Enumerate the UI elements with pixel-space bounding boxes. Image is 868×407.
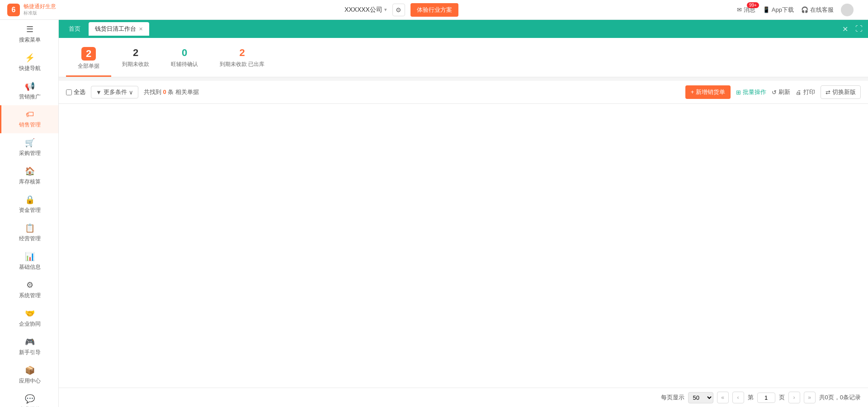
- trial-button[interactable]: 体验行业方案: [410, 3, 458, 17]
- stat-tab-overdue-shipped[interactable]: 2 到期未收款 已出库: [209, 43, 275, 77]
- sidebar-item-search-menu[interactable]: ☰ 搜索菜单: [0, 20, 58, 48]
- sidebar-item-operations[interactable]: 📋 经营管理: [0, 219, 58, 247]
- beginner-icon: 🎮: [25, 337, 35, 347]
- company-selector[interactable]: XXXXXX公司 ▾: [344, 6, 387, 14]
- sidebar-item-enterprise[interactable]: 🤝 企业协同: [0, 304, 58, 332]
- sidebar-label-marketing: 营销推广: [19, 93, 41, 101]
- batch-label: 批量操作: [743, 88, 766, 96]
- toolbar: 全选 ▼ 更多条件 ∨ 共找到 0 条 相关单据 + 新增销货单 ⊞ 批量操作: [59, 81, 868, 104]
- stat-tab-wangwang[interactable]: 0 旺辅待确认: [160, 43, 209, 77]
- stat-label-all: 全部单据: [78, 62, 99, 70]
- filter-label: 更多条件: [104, 88, 127, 96]
- page-next-button[interactable]: ›: [788, 392, 800, 403]
- page-label: 第: [748, 393, 754, 402]
- stat-tab-all[interactable]: 2 全部单据: [66, 43, 111, 77]
- found-prefix: 共找到: [144, 89, 161, 95]
- top-header: 6 畅捷通好生意 标准版 XXXXXX公司 ▾ ⚙ 体验行业方案 ✉ 消息 99…: [0, 0, 868, 20]
- system-icon: ⚙: [26, 280, 33, 290]
- sidebar: ☰ 搜索菜单 ⚡ 快捷导航 📢 营销推广 🏷 销售管理 🛒 采购管理 🏠 库存核…: [0, 20, 59, 407]
- switch-label: 切换新版: [832, 88, 856, 96]
- tab-workbench[interactable]: 钱货日清工作台 ✕: [89, 22, 149, 36]
- logo-area: 6 畅捷通好生意 标准版: [7, 3, 66, 17]
- quick-nav-icon: ⚡: [25, 53, 35, 63]
- sidebar-item-quick-nav[interactable]: ⚡ 快捷导航: [0, 48, 58, 77]
- switch-version-button[interactable]: ⇄ 切换新版: [821, 85, 861, 99]
- select-all-checkbox[interactable]: 全选: [66, 88, 85, 96]
- batch-operation-button[interactable]: ⊞ 批量操作: [736, 88, 766, 96]
- online-service-label: 在线客服: [810, 6, 834, 14]
- message-icon: ✉: [737, 6, 742, 13]
- per-page-select[interactable]: 50 100 200: [688, 392, 713, 403]
- sidebar-item-sales[interactable]: 🏷 销售管理: [0, 105, 58, 133]
- sidebar-item-basic-info[interactable]: 📊 基础信息: [0, 247, 58, 276]
- batch-icon: ⊞: [736, 89, 741, 96]
- app-download-button[interactable]: 📱 App下载: [763, 6, 794, 14]
- toolbar-right: + 新增销货单 ⊞ 批量操作 ↺ 刷新 🖨 打印 ⇄: [685, 85, 861, 99]
- sidebar-item-purchase[interactable]: 🛒 采购管理: [0, 133, 58, 162]
- page-content: 2 全部单据 2 到期未收款 0 旺辅待确认 2 到期未收款 已出库: [59, 38, 868, 407]
- sidebar-item-inventory[interactable]: 🏠 库存核算: [0, 162, 58, 190]
- sidebar-label-beginner: 新手引导: [19, 349, 41, 356]
- print-label: 打印: [803, 88, 815, 96]
- settings-button[interactable]: ⚙: [392, 4, 405, 16]
- stat-num-wangwang: 0: [182, 47, 187, 59]
- tab-home[interactable]: 首页: [62, 22, 87, 36]
- stat-num-all: 2: [81, 47, 96, 61]
- app-sub: 标准版: [24, 10, 56, 16]
- print-icon: 🖨: [796, 89, 802, 96]
- headset-icon: 🎧: [801, 6, 808, 13]
- sidebar-label-app-center: 应用中心: [19, 377, 41, 385]
- sidebar-label-inventory: 库存核算: [19, 178, 41, 186]
- stat-tab-overdue[interactable]: 2 到期未收款: [111, 43, 160, 77]
- found-count: 0: [163, 89, 166, 95]
- sidebar-item-finance[interactable]: 🔒 资金管理: [0, 190, 58, 219]
- sidebar-item-beginner[interactable]: 🎮 新手引导: [0, 332, 58, 361]
- operations-icon: 📋: [25, 223, 35, 233]
- found-suffix: 条 相关单据: [168, 89, 199, 95]
- stat-num-overdue: 2: [133, 47, 138, 59]
- sidebar-item-app-center[interactable]: 📦 应用中心: [0, 361, 58, 389]
- sidebar-item-marketing[interactable]: 📢 营销推广: [0, 77, 58, 105]
- filter-chevron-icon: ∨: [129, 89, 133, 96]
- add-sale-order-button[interactable]: + 新增销货单: [685, 85, 731, 99]
- sidebar-label-basic-info: 基础信息: [19, 263, 41, 271]
- stat-label-overdue-shipped: 到期未收款 已出库: [220, 61, 264, 68]
- tab-bar: 首页 钱货日清工作台 ✕ ✕ ⛶: [59, 20, 868, 38]
- filter-button[interactable]: ▼ 更多条件 ∨: [91, 86, 138, 98]
- sidebar-item-weixin[interactable]: 💬 企业微信: [0, 389, 58, 407]
- filter-icon: ▼: [96, 89, 102, 96]
- total-info: 共0页，0条记录: [819, 393, 861, 402]
- online-service-button[interactable]: 🎧 在线客服: [801, 6, 834, 14]
- page-label-end: 页: [779, 393, 785, 402]
- stat-label-overdue: 到期未收款: [122, 61, 149, 68]
- refresh-button[interactable]: ↺ 刷新: [772, 88, 790, 96]
- sales-icon: 🏷: [26, 110, 34, 119]
- weixin-icon: 💬: [25, 394, 35, 404]
- page-last-button[interactable]: »: [804, 392, 816, 403]
- tab-maximize-icon[interactable]: ⛶: [854, 23, 864, 35]
- select-all-input[interactable]: [66, 89, 72, 95]
- message-badge: 99+: [747, 2, 759, 8]
- tab-close-icon[interactable]: ✕: [139, 26, 143, 32]
- sidebar-label-sales: 销售管理: [19, 121, 41, 129]
- sidebar-label-system: 系统管理: [19, 292, 41, 299]
- message-button[interactable]: ✉ 消息 99+: [737, 6, 755, 14]
- header-middle: XXXXXX公司 ▾ ⚙ 体验行业方案: [344, 3, 458, 17]
- app-center-icon: 📦: [25, 365, 35, 375]
- page-input[interactable]: [757, 393, 775, 403]
- purchase-icon: 🛒: [25, 138, 35, 148]
- tab-home-label: 首页: [69, 25, 80, 33]
- sidebar-item-system[interactable]: ⚙ 系统管理: [0, 276, 58, 304]
- user-avatar[interactable]: [841, 4, 854, 16]
- marketing-icon: 📢: [25, 81, 35, 91]
- search-menu-icon: ☰: [26, 24, 33, 34]
- tab-workbench-label: 钱货日清工作台: [95, 25, 136, 33]
- page-first-button[interactable]: «: [717, 392, 729, 403]
- sidebar-label-quick-nav: 快捷导航: [19, 65, 41, 72]
- tab-minimize-icon[interactable]: ✕: [840, 23, 850, 35]
- page-prev-button[interactable]: ‹: [732, 392, 744, 403]
- print-button[interactable]: 🖨 打印: [796, 88, 815, 96]
- inventory-icon: 🏠: [25, 166, 35, 176]
- app-logo-icon: 6: [7, 4, 20, 16]
- stat-num-overdue-shipped: 2: [240, 47, 245, 59]
